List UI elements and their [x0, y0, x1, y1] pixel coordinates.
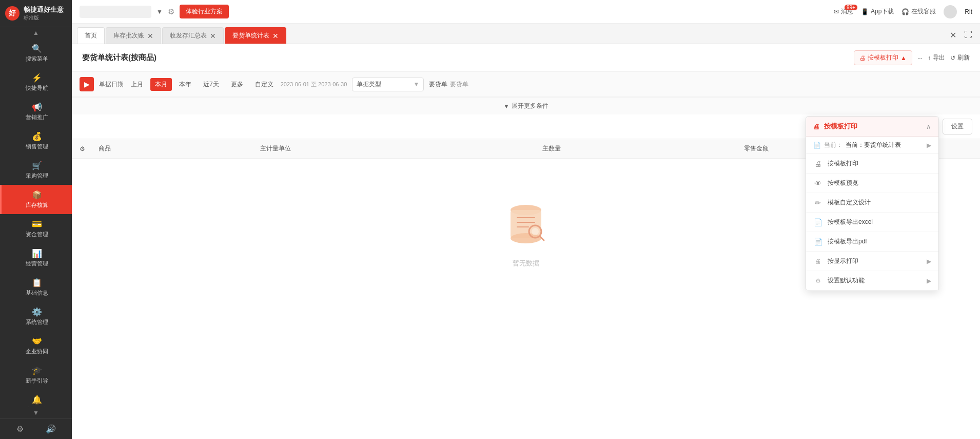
phone-icon: 📱 [861, 8, 869, 15]
app-name: 畅捷通好生意 [24, 5, 64, 14]
message-badge: 99+ [845, 5, 857, 10]
dropdown-item-template-design[interactable]: ✏ 模板自定义设计 [806, 193, 938, 213]
topbar-search-input[interactable] [80, 6, 151, 18]
expand-more-btn[interactable]: ▼ 展开更多条件 [72, 97, 980, 114]
headset-icon: 🎧 [901, 8, 909, 15]
sidebar-item-appstore[interactable]: 🔔 应用中心 [0, 390, 72, 407]
messages-btn[interactable]: ✉ 消息 99+ [834, 7, 853, 16]
sidebar-item-shortcut[interactable]: ⚡ 快捷导航 [0, 68, 72, 97]
tab-inventory-batch[interactable]: 库存批次账 ✕ [106, 27, 161, 44]
tab-close-inventory-batch[interactable]: ✕ [147, 32, 153, 40]
date-range-display: 2023-06-01 至 2023-06-30 [281, 81, 347, 88]
sidebar-item-operations[interactable]: 📊 经营管理 [0, 243, 72, 273]
app-logo-icon: 好 [5, 6, 19, 21]
username: Rit [965, 8, 972, 15]
dropdown-subitem-set-default[interactable]: ⚙ 设置默认功能 ▶ [806, 271, 938, 291]
dropdown-close-icon[interactable]: ∧ [926, 123, 931, 130]
tabs-bar: 首页 库存批次账 ✕ 收发存汇总表 ✕ 要货单统计表 ✕ ✕ ⛶ [72, 24, 980, 44]
main-content: ▼ ⚙ 体验行业方案 ✉ 消息 99+ 📱 App下载 🎧 在线客服 Rit [72, 0, 980, 439]
current-prefix: 当前： [824, 141, 842, 149]
search-icon: 🔍 [32, 44, 42, 53]
date-filter-group: 单据日期 上月 本月 本年 近7天 更多 自定义 2023-06-01 至 20… [99, 78, 347, 91]
sidebar-item-collab[interactable]: 🤝 企业协同 [0, 331, 72, 360]
tab-home[interactable]: 首页 [77, 27, 105, 44]
print-btn[interactable]: 🖨 按模板打印 ▲ [854, 50, 912, 65]
topbar-settings-icon[interactable]: ⚙ [168, 7, 174, 16]
ellipsis-icon: ··· [917, 54, 923, 62]
tab-close-order-summary[interactable]: ✕ [272, 32, 279, 40]
dropdown-item-template-export-pdf[interactable]: 📄 按模板导出pdf [806, 232, 938, 252]
date-btn-last7[interactable]: 近7天 [199, 78, 224, 91]
sidebar-item-guide[interactable]: 🎓 新手引导 [0, 360, 72, 390]
doc-type-select[interactable]: 单据类型 ▼ [352, 78, 424, 91]
subitem-left-2: ⚙ 设置默认功能 [813, 276, 865, 285]
date-btn-current-year[interactable]: 本年 [174, 78, 196, 91]
template-print-icon: 🖨 [813, 160, 822, 168]
date-btn-prev-month[interactable]: 上月 [126, 78, 148, 91]
topbar-right: ✉ 消息 99+ 📱 App下载 🎧 在线客服 Rit [834, 5, 972, 18]
date-btn-custom[interactable]: 自定义 [250, 78, 278, 91]
topbar-dropdown[interactable]: ▼ [156, 8, 163, 15]
basic-icon: 📋 [32, 278, 42, 288]
date-btn-current-month[interactable]: 本月 [150, 78, 172, 91]
dropdown-item-template-export-excel[interactable]: 📄 按模板导出excel [806, 213, 938, 232]
dropdown-subitem-display-print[interactable]: 🖨 按显示打印 ▶ [806, 252, 938, 271]
sidebar-nav: 🔍 搜索菜单 ⚡ 快捷导航 📢 营销推广 💰 销售管理 🛒 采购管理 📦 库存核… [0, 39, 72, 407]
sales-icon: 💰 [32, 131, 42, 141]
content-area: 要货单统计表(按商品) 🖨 按模板打印 ▲ ··· ↑ 导出 ↺ 刷新 [72, 44, 980, 439]
app-download-btn[interactable]: 📱 App下载 [861, 7, 894, 16]
sidebar-item-finance[interactable]: 💳 资金管理 [0, 214, 72, 243]
inventory-icon: 📦 [32, 190, 42, 200]
sound-icon[interactable]: 🔊 [46, 424, 56, 434]
settings-icon[interactable]: ⚙ [16, 424, 24, 434]
settings-btn[interactable]: 设置 [943, 119, 972, 135]
industry-btn[interactable]: 体验行业方案 [180, 5, 229, 18]
template-excel-icon: 📄 [813, 218, 822, 226]
refresh-btn[interactable]: ↺ 刷新 [950, 53, 970, 62]
dropdown-item-template-print[interactable]: 🖨 按模板打印 [806, 154, 938, 174]
sidebar-scroll-down[interactable]: ▼ [0, 407, 72, 418]
export-btn[interactable]: ↑ 导出 [928, 53, 945, 62]
tab-close-receivables-summary[interactable]: ✕ [210, 32, 216, 40]
dropdown-item-template-preview[interactable]: 👁 按模板预览 [806, 174, 938, 193]
table-quantity-col: 主数量 [536, 139, 738, 159]
online-service-btn[interactable]: 🎧 在线客服 [901, 7, 936, 16]
set-default-icon: ⚙ [813, 277, 822, 284]
table-settings-col[interactable]: ⚙ [72, 139, 92, 159]
order-type-label-extra: 要货单 [450, 80, 468, 89]
sidebar-item-sales[interactable]: 💰 销售管理 [0, 126, 72, 156]
tab-receivables-summary[interactable]: 收发存汇总表 ✕ [162, 27, 224, 44]
date-btn-more[interactable]: 更多 [226, 78, 248, 91]
shortcut-icon: ⚡ [32, 73, 42, 83]
operations-icon: 📊 [32, 249, 42, 258]
sidebar-scroll-up[interactable]: ▲ [0, 27, 72, 39]
system-icon: ⚙️ [32, 307, 42, 317]
tab-order-summary[interactable]: 要货单统计表 ✕ [225, 27, 286, 44]
sidebar-item-inventory[interactable]: 📦 库存核算 [0, 185, 72, 214]
dropdown-header[interactable]: 🖨 按模板打印 ∧ [806, 117, 938, 137]
current-template-label: 📄 当前： 当前：要货单统计表 ▶ [806, 137, 938, 154]
subitem-left: 🖨 按显示打印 [813, 257, 858, 265]
sidebar-item-purchase[interactable]: 🛒 采购管理 [0, 156, 72, 185]
tab-maximize-icon[interactable]: ⛶ [962, 28, 975, 42]
sidebar-item-system[interactable]: ⚙️ 系统管理 [0, 302, 72, 331]
user-avatar[interactable] [944, 5, 957, 18]
filter-bar: ▶ 单据日期 上月 本月 本年 近7天 更多 自定义 2023-06-01 至 … [72, 72, 980, 97]
tab-close-all-icon[interactable]: ✕ [946, 28, 959, 42]
guide-icon: 🎓 [32, 366, 42, 375]
template-design-icon: ✏ [813, 199, 822, 207]
dropdown-header-left: 🖨 按模板打印 [813, 122, 857, 131]
purchase-icon: 🛒 [32, 161, 42, 170]
marketing-icon: 📢 [32, 102, 42, 112]
display-print-arrow-icon: ▶ [927, 258, 931, 265]
expand-down-icon: ▼ [503, 103, 509, 110]
ellipsis-btn[interactable]: ··· [917, 54, 923, 62]
expand-icon[interactable]: ▶ [80, 77, 94, 91]
collab-icon: 🤝 [32, 336, 42, 346]
sidebar-item-marketing[interactable]: 📢 营销推广 [0, 97, 72, 126]
template-preview-icon: 👁 [813, 179, 822, 187]
appstore-icon: 🔔 [32, 395, 42, 405]
sidebar-item-basic[interactable]: 📋 基础信息 [0, 273, 72, 302]
dropdown-arrow-icon: ▼ [156, 8, 163, 15]
sidebar-item-search[interactable]: 🔍 搜索菜单 [0, 39, 72, 68]
